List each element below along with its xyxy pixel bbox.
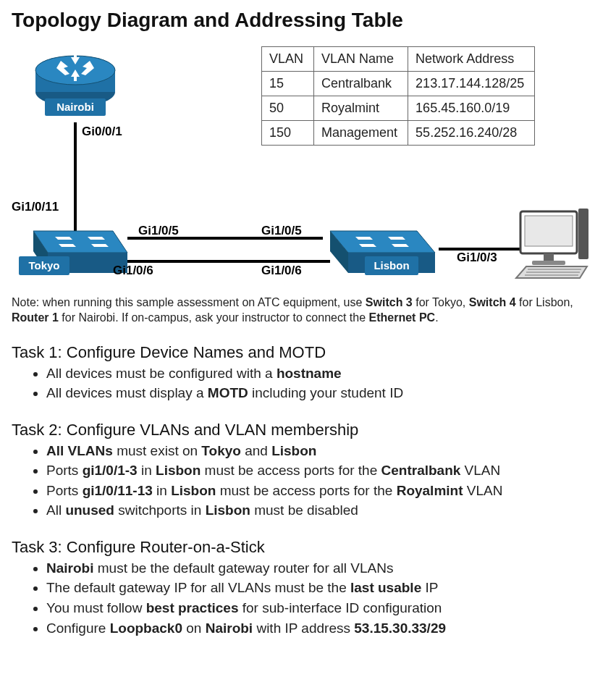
svg-marker-18	[55, 237, 72, 240]
col-vlan-name: VLAN Name	[314, 47, 408, 72]
svg-text:Tokyo: Tokyo	[28, 259, 59, 272]
col-vlan: VLAN	[262, 47, 314, 72]
svg-marker-30	[392, 244, 409, 247]
task-bullets: All devices must be configured with a ho…	[12, 363, 604, 403]
svg-rect-36	[532, 261, 565, 265]
task-bullets: Nairobi must be the default gateway rout…	[12, 558, 604, 638]
addressing-table: VLAN VLAN Name Network Address 15 Centra…	[261, 46, 535, 146]
label-router-port: Gi0/0/1	[82, 125, 122, 139]
label-tokyo-r2: Gi1/0/6	[113, 264, 153, 278]
pc-icon	[515, 206, 602, 285]
svg-text:Lisbon: Lisbon	[374, 259, 409, 272]
svg-rect-37	[578, 209, 588, 259]
task-item: All devices must display a MOTD includin…	[46, 383, 604, 403]
task-item: The default gateway IP for all VLANs mus…	[46, 578, 604, 598]
table-row: 150 Management 55.252.16.240/28	[262, 121, 535, 146]
task-heading: Task 1: Configure Device Names and MOTD	[12, 343, 604, 362]
label-lisbon-pc: Gi1/0/3	[457, 251, 497, 265]
task-item: All devices must be configured with a ho…	[46, 363, 604, 384]
svg-marker-19	[88, 237, 105, 240]
task-item: Nairobi must be the default gateway rout…	[46, 558, 604, 578]
svg-marker-29	[359, 244, 376, 247]
task-item: You must follow best practices for sub-i…	[46, 598, 604, 618]
task-heading: Task 2: Configure VLANs and VLAN members…	[12, 421, 604, 439]
svg-marker-27	[355, 237, 373, 240]
svg-marker-15	[33, 231, 127, 253]
svg-rect-35	[544, 253, 554, 261]
task-item: All unused switchports in Lisbon must be…	[46, 500, 604, 521]
router-icon: Nairobi	[32, 46, 119, 126]
table-row: 50 Royalmint 165.45.160.0/19	[262, 96, 535, 121]
note-text: Note: when running this sample assessmen…	[12, 295, 604, 326]
table-row: 15 Centralbank 213.17.144.128/25	[262, 72, 535, 96]
table-header-row: VLAN VLAN Name Network Address	[262, 47, 535, 72]
svg-marker-21	[91, 244, 109, 247]
svg-text:Nairobi: Nairobi	[56, 101, 94, 113]
svg-rect-34	[525, 216, 573, 246]
task-item: All VLANs must exist on Tokyo and Lisbon	[46, 441, 604, 461]
label-lisbon-l2: Gi1/0/6	[261, 264, 302, 278]
label-tokyo-r1: Gi1/0/5	[138, 224, 179, 238]
label-tokyo-up: Gi1/0/11	[12, 200, 59, 214]
task-heading: Task 3: Configure Router-on-a-Stick	[12, 538, 604, 557]
col-network: Network Address	[408, 47, 535, 72]
page-title: Topology Diagram and Addressing Table	[12, 9, 604, 32]
topology-diagram: Nairobi Tokyo Lisbon	[12, 39, 605, 293]
task-item: Ports gi1/0/1-3 in Lisbon must be access…	[46, 460, 604, 481]
label-lisbon-l1: Gi1/0/5	[261, 224, 302, 238]
task-item: Ports gi1/0/11-13 in Lisbon must be acce…	[46, 481, 604, 501]
svg-marker-20	[59, 244, 76, 247]
task-bullets: All VLANs must exist on Tokyo and Lisbon…	[12, 441, 604, 521]
svg-marker-28	[388, 237, 405, 240]
task-item: Configure Loopback0 on Nairobi with IP a…	[46, 618, 604, 639]
switch-lisbon-icon: Lisbon	[316, 216, 446, 282]
svg-marker-24	[330, 231, 435, 253]
